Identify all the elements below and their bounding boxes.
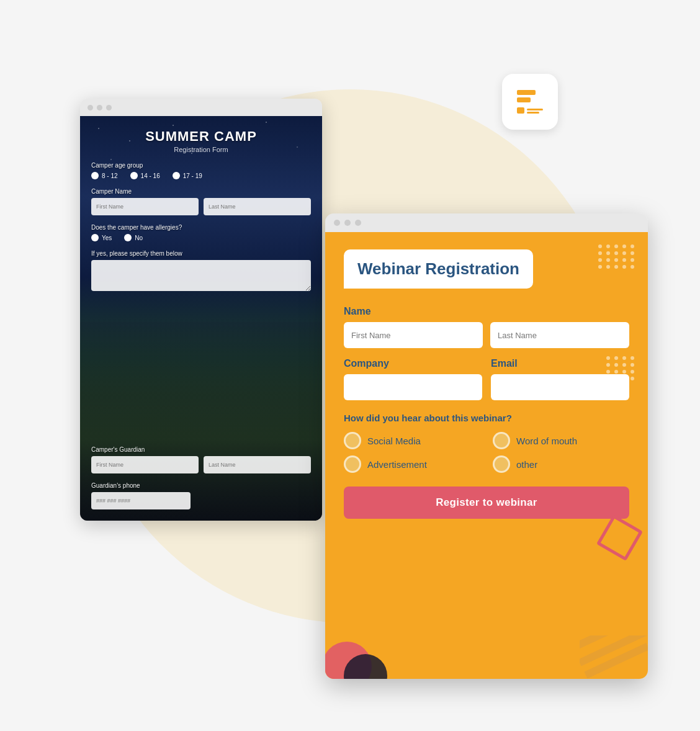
sc-radio-circle-1 — [91, 172, 99, 179]
wb-title: Webinar Registration — [357, 259, 519, 279]
wb-dot-1 — [334, 220, 340, 226]
sc-first-name-input[interactable] — [91, 198, 199, 215]
sc-body: SUMMER CAMP Registration Form Camper age… — [80, 116, 322, 521]
sc-subtitle: Registration Form — [91, 146, 311, 153]
wb-first-name-input[interactable] — [344, 322, 483, 348]
sc-radio-circle-2 — [130, 172, 138, 179]
wb-dots-pattern-tr — [598, 244, 635, 269]
sc-radio-circle-3 — [173, 172, 180, 179]
sc-name-label: Camper Name — [91, 188, 311, 195]
wb-company-label: Company — [344, 358, 482, 369]
sc-allergy-no-label: No — [135, 235, 143, 241]
sc-title: SUMMER CAMP — [91, 128, 311, 145]
sc-phone-input[interactable] — [91, 492, 191, 509]
wb-company-col: Company — [344, 358, 482, 400]
sc-age-label-1: 8 - 12 — [102, 173, 118, 179]
sc-allergy-yes: Yes — [91, 234, 112, 241]
wb-radio-social — [344, 432, 361, 449]
sc-specify-label: If yes, please specify them below — [91, 250, 311, 257]
wb-name-row — [344, 322, 629, 348]
wb-advertisement-option: Advertisement — [344, 455, 480, 473]
sc-radio-yes — [91, 234, 99, 241]
sc-guardian-name-row — [91, 456, 311, 473]
sc-dot-2 — [97, 105, 102, 110]
sc-dot-1 — [88, 105, 93, 110]
sc-allergy-options: Yes No — [91, 234, 311, 241]
wb-radio-ad — [344, 455, 361, 473]
sc-bottom-content: Camper's Guardian Guardian's phone — [80, 429, 322, 521]
wb-wom-label: Word of mouth — [516, 436, 577, 446]
sc-browser-bar — [80, 99, 322, 116]
wb-name-label: Name — [344, 306, 629, 317]
sc-radio-no — [124, 234, 132, 241]
webinar-card: Webinar Registration Name Company Email — [325, 213, 648, 679]
wb-body: Webinar Registration Name Company Email — [325, 232, 648, 679]
wb-company-email-row: Company Email — [344, 358, 629, 400]
sc-content: SUMMER CAMP Registration Form Camper age… — [80, 116, 322, 306]
sc-guardian-first-input[interactable] — [91, 456, 199, 473]
sc-age-17-19: 17 - 19 — [173, 172, 202, 179]
form-icon — [502, 74, 558, 130]
wb-last-name-input[interactable] — [490, 322, 629, 348]
wb-dots-pattern-mr — [606, 356, 635, 380]
svg-rect-3 — [527, 109, 543, 110]
wb-radio-other — [493, 455, 510, 473]
sc-age-label: Camper age group — [91, 162, 311, 169]
scene: SUMMER CAMP Registration Form Camper age… — [46, 40, 654, 691]
sc-age-14-16: 14 - 16 — [130, 172, 160, 179]
wb-stripes-decoration — [580, 635, 648, 679]
sc-specify-textarea[interactable] — [91, 260, 311, 291]
sc-last-name-input[interactable] — [204, 198, 311, 215]
wb-company-input[interactable] — [344, 374, 482, 400]
svg-rect-4 — [527, 112, 539, 114]
sc-allergy-label: Does the camper have allergies? — [91, 224, 311, 231]
sc-allergy-no: No — [124, 234, 143, 241]
sc-age-label-2: 14 - 16 — [141, 173, 160, 179]
sc-phone-label: Guardian's phone — [91, 482, 311, 489]
sc-guardian-last-input[interactable] — [204, 456, 311, 473]
wb-dot-2 — [344, 220, 351, 226]
sc-guardian-label: Camper's Guardian — [91, 446, 311, 453]
wb-submit-button[interactable]: Register to webinar — [344, 487, 629, 519]
wb-title-bubble: Webinar Registration — [344, 249, 533, 289]
sc-name-row — [91, 198, 311, 215]
sc-allergy-yes-label: Yes — [102, 235, 112, 241]
wb-hear-options: Social Media Word of mouth Advertisement… — [344, 432, 629, 473]
wb-other-label: other — [516, 459, 537, 470]
svg-rect-2 — [517, 107, 524, 114]
wb-social-media-option: Social Media — [344, 432, 480, 449]
wb-ad-label: Advertisement — [367, 459, 427, 470]
wb-social-media-label: Social Media — [367, 436, 421, 446]
wb-radio-wom — [493, 432, 510, 449]
wb-browser-bar — [325, 213, 648, 232]
svg-rect-1 — [517, 97, 531, 102]
sc-dot-3 — [106, 105, 112, 110]
wb-dot-3 — [355, 220, 361, 226]
wb-other-option: other — [493, 455, 629, 473]
sc-age-options: 8 - 12 14 - 16 17 - 19 — [91, 172, 311, 179]
wb-word-of-mouth-option: Word of mouth — [493, 432, 629, 449]
wb-diamond-decoration — [596, 514, 643, 561]
wb-hear-label: How did you hear about this webinar? — [344, 413, 629, 423]
sc-age-label-3: 17 - 19 — [183, 173, 202, 179]
summer-camp-card: SUMMER CAMP Registration Form Camper age… — [80, 99, 322, 521]
sc-age-8-12: 8 - 12 — [91, 172, 118, 179]
svg-rect-0 — [517, 90, 536, 95]
